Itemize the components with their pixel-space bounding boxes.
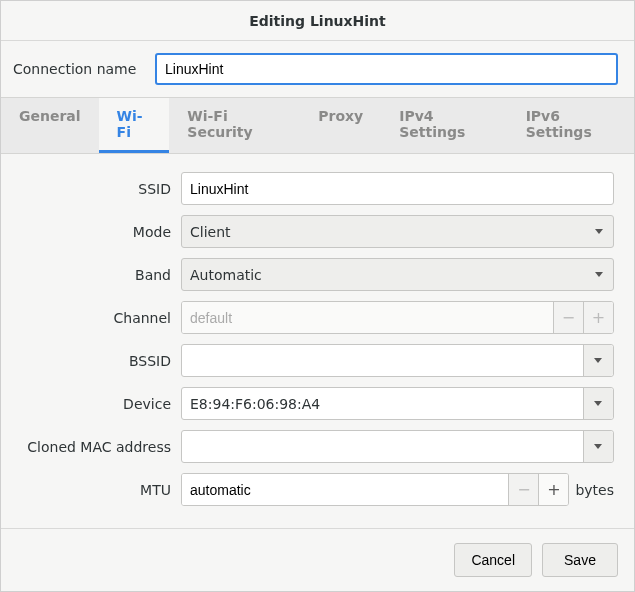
bssid-combo[interactable] bbox=[181, 344, 614, 377]
mtu-input[interactable] bbox=[182, 474, 508, 505]
ssid-row: SSID bbox=[21, 172, 614, 205]
connection-name-row: Connection name bbox=[1, 41, 634, 97]
mtu-row: MTU − + bytes bbox=[21, 473, 614, 506]
device-value: E8:94:F6:06:98:A4 bbox=[190, 396, 583, 412]
tab-bar: General Wi-Fi Wi-Fi Security Proxy IPv4 … bbox=[1, 97, 634, 154]
mode-row: Mode Client bbox=[21, 215, 614, 248]
tab-wifi[interactable]: Wi-Fi bbox=[99, 98, 170, 153]
band-select-value: Automatic bbox=[190, 267, 262, 283]
mtu-minus-button: − bbox=[508, 474, 538, 505]
chevron-down-icon bbox=[594, 401, 602, 406]
ssid-label: SSID bbox=[21, 181, 171, 197]
device-row: Device E8:94:F6:06:98:A4 bbox=[21, 387, 614, 420]
device-label: Device bbox=[21, 396, 171, 412]
tab-proxy[interactable]: Proxy bbox=[300, 98, 381, 153]
mode-select[interactable]: Client bbox=[181, 215, 614, 248]
bssid-row: BSSID bbox=[21, 344, 614, 377]
ssid-input[interactable] bbox=[181, 172, 614, 205]
save-button[interactable]: Save bbox=[542, 543, 618, 577]
dialog-footer: Cancel Save bbox=[1, 528, 634, 591]
mtu-plus-button[interactable]: + bbox=[538, 474, 568, 505]
cloned-mac-row: Cloned MAC address bbox=[21, 430, 614, 463]
band-row: Band Automatic bbox=[21, 258, 614, 291]
channel-label: Channel bbox=[21, 310, 171, 326]
mtu-label: MTU bbox=[21, 482, 171, 498]
chevron-down-icon bbox=[595, 229, 603, 234]
tab-wifi-security[interactable]: Wi-Fi Security bbox=[169, 98, 300, 153]
chevron-down-icon bbox=[594, 358, 602, 363]
bssid-label: BSSID bbox=[21, 353, 171, 369]
chevron-down-icon bbox=[594, 444, 602, 449]
wifi-form: SSID Mode Client Band Automatic bbox=[1, 154, 634, 528]
tab-ipv6-settings[interactable]: IPv6 Settings bbox=[508, 98, 634, 153]
bssid-dropdown-button[interactable] bbox=[583, 345, 613, 376]
channel-input bbox=[182, 302, 553, 333]
title-bar: Editing LinuxHint bbox=[1, 1, 634, 41]
cloned-mac-dropdown-button[interactable] bbox=[583, 431, 613, 462]
channel-row: Channel − + bbox=[21, 301, 614, 334]
mode-label: Mode bbox=[21, 224, 171, 240]
cloned-mac-combo[interactable] bbox=[181, 430, 614, 463]
channel-spin: − + bbox=[181, 301, 614, 334]
mtu-spin: − + bbox=[181, 473, 569, 506]
channel-minus-button: − bbox=[553, 302, 583, 333]
device-combo[interactable]: E8:94:F6:06:98:A4 bbox=[181, 387, 614, 420]
device-dropdown-button[interactable] bbox=[583, 388, 613, 419]
band-select[interactable]: Automatic bbox=[181, 258, 614, 291]
tab-general[interactable]: General bbox=[1, 98, 99, 153]
channel-plus-button: + bbox=[583, 302, 613, 333]
connection-name-input[interactable] bbox=[155, 53, 618, 85]
band-label: Band bbox=[21, 267, 171, 283]
connection-name-label: Connection name bbox=[13, 61, 143, 77]
dialog-title: Editing LinuxHint bbox=[249, 13, 386, 29]
tab-ipv4-settings[interactable]: IPv4 Settings bbox=[381, 98, 507, 153]
network-edit-dialog: Editing LinuxHint Connection name Genera… bbox=[0, 0, 635, 592]
mode-select-value: Client bbox=[190, 224, 231, 240]
cloned-mac-label: Cloned MAC address bbox=[21, 439, 171, 455]
cancel-button[interactable]: Cancel bbox=[454, 543, 532, 577]
chevron-down-icon bbox=[595, 272, 603, 277]
mtu-suffix: bytes bbox=[575, 482, 614, 498]
